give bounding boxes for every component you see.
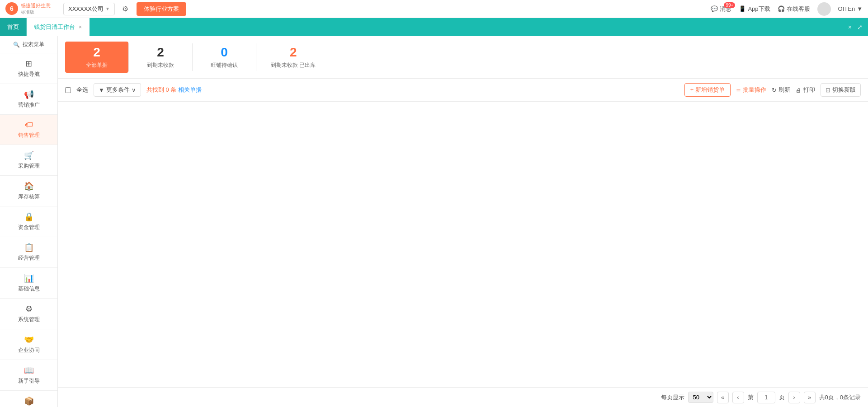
messages-item[interactable]: 💬 消息 99+ <box>711 5 731 13</box>
tab-close-all-button[interactable]: × <box>846 22 854 33</box>
company-selector[interactable]: XXXXXX公司 ▼ <box>63 3 115 15</box>
app-download-item[interactable]: 📱 App下载 <box>739 5 770 13</box>
print-icon: 🖨 <box>796 87 802 94</box>
avatar[interactable] <box>817 2 831 16</box>
app-center-icon: 📦 <box>24 396 34 406</box>
sidebar-item-marketing[interactable]: 📢 营销推广 <box>0 84 57 115</box>
sidebar-item-basics-label: 基础信息 <box>18 285 40 293</box>
add-order-button[interactable]: + 新增销货单 <box>684 83 731 97</box>
sidebar-item-purchase[interactable]: 🛒 采购管理 <box>0 145 57 176</box>
stat-label-all: 全部单据 <box>86 61 108 69</box>
tab-expand-button[interactable]: ⤢ <box>855 22 864 33</box>
tab-home[interactable]: 首页 <box>0 18 27 36</box>
found-prefix: 共找到 <box>146 86 164 93</box>
message-icon: 💬 <box>711 5 718 12</box>
trial-button[interactable]: 体验行业方案 <box>137 2 186 16</box>
cooperation-icon: 🤝 <box>24 335 34 345</box>
stat-number-all: 2 <box>93 45 100 60</box>
sidebar-search[interactable]: 🔍 搜索菜单 <box>0 36 57 53</box>
per-page-select[interactable]: 50 100 200 <box>688 392 713 403</box>
batch-operation-button[interactable]: ≣ 批量操作 <box>736 86 766 94</box>
next-page-button[interactable]: › <box>788 392 800 403</box>
top-right-area: 💬 消息 99+ 📱 App下载 🎧 在线客服 OfTEn ▼ <box>711 2 863 16</box>
sidebar-item-inventory[interactable]: 🏠 库存核算 <box>0 176 57 206</box>
system-icon: ⚙ <box>25 304 33 314</box>
stat-number-wangpu: 0 <box>221 45 228 60</box>
tab-close-icon[interactable]: × <box>79 24 82 30</box>
online-service-item[interactable]: 🎧 在线客服 <box>778 5 810 13</box>
stat-card-unshipped[interactable]: 2 到期未收款 已出库 <box>256 42 330 73</box>
print-label: 打印 <box>803 86 815 94</box>
found-link[interactable]: 相关单据 <box>178 86 202 93</box>
main-layout: 🔍 搜索菜单 ⊞ 快捷导航 📢 营销推广 🏷 销售管理 🛒 采购管理 🏠 库存核… <box>0 36 868 407</box>
tab-cashflow[interactable]: 钱货日清工作台 × <box>27 18 90 36</box>
user-dropdown-arrow: ▼ <box>857 5 863 12</box>
print-button[interactable]: 🖨 打印 <box>796 86 815 94</box>
refresh-icon: ↻ <box>772 87 777 94</box>
batch-label: 批量操作 <box>743 86 766 94</box>
toolbar: 全选 ▼ 更多条件 ∨ 共找到 0 条 相关单据 + 新增销货单 ≣ 批量操作 … <box>58 79 868 102</box>
stat-label-wangpu: 旺铺待确认 <box>211 61 238 69</box>
stats-row: 2 全部单据 2 到期未收款 0 旺铺待确认 2 到期未收款 已出库 <box>58 36 868 79</box>
messages-badge: 99+ <box>724 2 735 8</box>
last-page-button[interactable]: » <box>804 392 816 403</box>
quick-nav-icon: ⊞ <box>25 59 32 69</box>
app-download-label: App下载 <box>748 5 770 13</box>
sidebar-item-cooperation[interactable]: 🤝 企业协同 <box>0 329 57 360</box>
sidebar-item-app-center[interactable]: 📦 应用中心 <box>0 391 57 407</box>
top-bar: 6 畅捷通好生意 标准版 XXXXXX公司 ▼ ⚙ 体验行业方案 💬 消息 99… <box>0 0 868 18</box>
select-all-label: 全选 <box>76 86 88 94</box>
per-page-label: 每页显示 <box>661 393 684 402</box>
stat-card-overdue[interactable]: 2 到期未收款 <box>129 42 192 73</box>
select-all-checkbox[interactable] <box>65 87 71 93</box>
sidebar-item-sales[interactable]: 🏷 销售管理 <box>0 115 57 145</box>
sidebar-item-system[interactable]: ⚙ 系统管理 <box>0 299 57 329</box>
page-suffix-label: 页 <box>779 393 785 402</box>
settings-button[interactable]: ⚙ <box>118 2 132 16</box>
nav-tabs-controls: × ⤢ <box>846 18 868 36</box>
tab-home-label: 首页 <box>7 23 19 31</box>
logo-area: 6 畅捷通好生意 标准版 <box>5 2 63 15</box>
stat-card-all[interactable]: 2 全部单据 <box>65 42 128 73</box>
prev-page-button[interactable]: ‹ <box>732 392 744 403</box>
stat-label-overdue: 到期未收款 <box>147 61 174 69</box>
sidebar-item-quick-nav[interactable]: ⊞ 快捷导航 <box>0 53 57 84</box>
sidebar-item-operations[interactable]: 📋 经营管理 <box>0 237 57 268</box>
sidebar-item-beginner[interactable]: 📖 新手引导 <box>0 360 57 391</box>
refresh-button[interactable]: ↻ 刷新 <box>772 86 790 94</box>
sidebar-item-purchase-label: 采购管理 <box>18 162 40 170</box>
sidebar-item-finance[interactable]: 🔒 资金管理 <box>0 206 57 237</box>
filter-icon: ▼ <box>99 87 104 94</box>
sidebar-item-system-label: 系统管理 <box>18 316 40 323</box>
user-name-item[interactable]: OfTEn ▼ <box>838 5 863 12</box>
sidebar-item-quick-nav-label: 快捷导航 <box>18 70 40 78</box>
sidebar-item-basics[interactable]: 📊 基础信息 <box>0 268 57 299</box>
sidebar-item-sales-label: 销售管理 <box>18 131 40 139</box>
page-number-input[interactable] <box>757 392 775 403</box>
marketing-icon: 📢 <box>24 89 34 99</box>
nav-tabs-bar: 首页 钱货日清工作台 × × ⤢ <box>0 18 868 36</box>
logo-sub: 标准版 <box>21 9 51 15</box>
app-download-icon: 📱 <box>739 5 746 12</box>
filter-button[interactable]: ▼ 更多条件 ∨ <box>94 83 141 97</box>
sidebar-item-marketing-label: 营销推广 <box>18 101 40 109</box>
found-count-area: 共找到 0 条 相关单据 <box>146 86 202 94</box>
beginner-icon: 📖 <box>24 365 34 375</box>
basics-icon: 📊 <box>24 273 34 283</box>
stat-card-wangpu[interactable]: 0 旺铺待确认 <box>193 42 256 73</box>
stat-number-overdue: 2 <box>157 45 164 60</box>
toolbar-right: + 新增销货单 ≣ 批量操作 ↻ 刷新 🖨 打印 ⊡ 切换新版 <box>684 83 861 97</box>
sidebar-item-operations-label: 经营管理 <box>18 254 40 262</box>
switch-icon: ⊡ <box>826 87 830 94</box>
filter-arrow: ∨ <box>132 87 136 94</box>
tab-cashflow-label: 钱货日清工作台 <box>34 23 75 31</box>
sidebar-item-finance-label: 资金管理 <box>18 224 40 231</box>
batch-icon: ≣ <box>736 87 741 94</box>
sidebar-item-beginner-label: 新手引导 <box>18 377 40 385</box>
company-name: XXXXXX公司 <box>68 5 104 13</box>
user-name: OfTEn <box>838 5 855 12</box>
page-prefix-label: 第 <box>748 393 754 402</box>
first-page-button[interactable]: « <box>717 392 729 403</box>
switch-version-button[interactable]: ⊡ 切换新版 <box>821 83 861 97</box>
refresh-label: 刷新 <box>778 86 790 94</box>
